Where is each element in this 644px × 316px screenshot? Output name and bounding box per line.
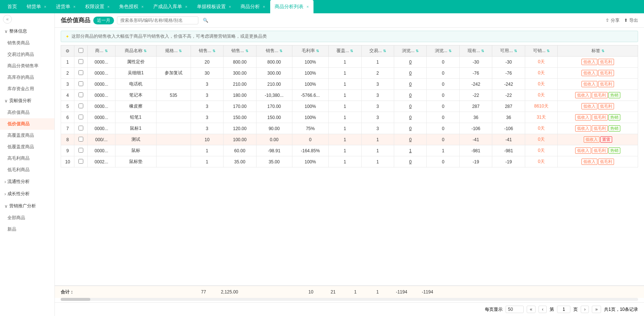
scrollbar-thumb[interactable]	[61, 298, 90, 301]
nav-product-analysis-list[interactable]: 商品分析列表 ×	[270, 0, 313, 13]
first-page-button[interactable]: «	[527, 306, 536, 313]
sidebar-section-growth[interactable]: ›成长性分析	[0, 188, 54, 200]
page-number-input[interactable]	[557, 306, 570, 313]
cell-col7: 210.00	[256, 79, 292, 90]
export-button[interactable]: ⬆ 导出	[624, 17, 638, 24]
sidebar-item-category-sales-rate[interactable]: 商品分类销售率	[0, 60, 54, 72]
sidebar-item-stock-capital[interactable]: 库存资金占用	[0, 83, 54, 95]
prev-page-button[interactable]: ‹	[539, 306, 547, 313]
sidebar-item-new-products[interactable]: 新品	[0, 224, 54, 235]
search-input[interactable]	[117, 16, 198, 24]
sidebar-section-marketing[interactable]: ∨营销推广分析	[0, 200, 54, 212]
footer-col7	[244, 291, 274, 293]
th-coverage[interactable]: 覆盖... ⇅	[329, 45, 361, 57]
th-code[interactable]: 商... ⇅	[88, 45, 115, 57]
cell-col11[interactable]: 0	[394, 156, 427, 167]
row-checkbox[interactable]	[78, 92, 83, 97]
cell-checkbox[interactable]	[74, 145, 88, 156]
cell-col11[interactable]: 0	[394, 90, 427, 101]
th-views1[interactable]: 浏览... ⇅	[394, 45, 427, 57]
per-page-select[interactable]: 50 100 200	[506, 306, 524, 313]
cell-col11[interactable]: 0	[394, 101, 427, 112]
cell-checkbox[interactable]	[74, 79, 88, 90]
th-available-stock[interactable]: 可用... ⇅	[492, 45, 525, 57]
sidebar-item-all-products[interactable]: 全部商品	[0, 212, 54, 224]
sidebar-section-circulation[interactable]: ›流通性分析	[0, 176, 54, 188]
cell-col11[interactable]: 0	[394, 57, 427, 68]
last-page-button[interactable]: »	[592, 306, 601, 313]
sidebar-item-high-stock[interactable]: 高库存的商品	[0, 72, 54, 83]
th-views2[interactable]: 浏览... ⇅	[427, 45, 459, 57]
sidebar-section-overview[interactable]: ∨整体信息	[0, 25, 54, 37]
sidebar-item-traded[interactable]: 交易过的商品	[0, 49, 54, 60]
nav-product-stock[interactable]: 产成品入库单 ×	[149, 0, 192, 13]
nav-purchase-order[interactable]: 进货单 ×	[51, 0, 80, 13]
nav-permission[interactable]: 权限设置 ×	[81, 0, 114, 13]
sidebar-section-contribution[interactable]: ∨贡献值分析	[0, 95, 54, 107]
cell-checkbox[interactable]	[74, 101, 88, 112]
row-checkbox[interactable]	[78, 103, 83, 108]
th-settings[interactable]: ⚙	[61, 45, 74, 57]
th-current-stock[interactable]: 现有... ⇅	[459, 45, 492, 57]
th-checkbox[interactable]	[74, 45, 88, 57]
cell-checkbox[interactable]	[74, 156, 88, 167]
cell-checkbox[interactable]	[74, 68, 88, 79]
row-checkbox[interactable]	[78, 148, 83, 153]
nav-template[interactable]: 单据模板设置 ×	[192, 0, 235, 13]
cell-col6: 210.00	[224, 79, 256, 90]
row-checkbox[interactable]	[78, 81, 83, 86]
sidebar-item-high-value[interactable]: 高价值商品	[0, 107, 54, 118]
cell-checkbox[interactable]	[74, 134, 88, 145]
sidebar-item-high-coverage[interactable]: 高覆盖度商品	[0, 130, 54, 141]
nav-sales-order[interactable]: 销货单 ×	[22, 0, 51, 13]
select-all-checkbox[interactable]	[78, 48, 83, 53]
sidebar-item-sales-category[interactable]: 销售类商品	[0, 37, 54, 49]
sidebar-item-low-margin[interactable]: 低毛利商品	[0, 164, 54, 176]
row-checkbox[interactable]	[78, 115, 83, 119]
th-spec[interactable]: 规格... ⇅	[156, 45, 191, 57]
sidebar-item-low-value[interactable]: 低价值商品	[0, 118, 54, 130]
nav-role-auth[interactable]: 角色授权 ×	[115, 0, 148, 13]
th-tags[interactable]: 标签 ⇅	[558, 45, 638, 57]
cell-col7: 170.00	[256, 101, 292, 112]
cell-col11[interactable]: 0	[394, 112, 427, 123]
cell-col11[interactable]: 0	[394, 79, 427, 90]
nav-product-analysis[interactable]: 商品分析 ×	[236, 0, 269, 13]
nav-home[interactable]: 首页	[3, 0, 21, 13]
cell-checkbox[interactable]	[74, 90, 88, 101]
th-sellable[interactable]: 可销... ⇅	[525, 45, 557, 57]
cell-col5: 3	[191, 90, 223, 101]
th-sales1[interactable]: 销售... ⇅	[191, 45, 223, 57]
cell-col11[interactable]: 0	[394, 68, 427, 79]
next-page-button[interactable]: ›	[581, 306, 589, 313]
sidebar-item-low-coverage[interactable]: 低覆盖度商品	[0, 141, 54, 153]
cell-col11[interactable]: 0	[394, 134, 427, 145]
cell-checkbox[interactable]	[74, 123, 88, 134]
th-name[interactable]: 商品名称 ⇅	[115, 45, 156, 57]
cell-index: 1	[61, 57, 74, 68]
sidebar-item-high-margin[interactable]: 高毛利商品	[0, 153, 54, 164]
th-margin-rate[interactable]: 毛利率 ⇅	[292, 45, 328, 57]
cell-col11[interactable]: 1	[394, 145, 427, 156]
sidebar-collapse-button[interactable]: «	[3, 15, 12, 24]
th-transaction[interactable]: 交易... ⇅	[361, 45, 394, 57]
cell-checkbox[interactable]	[74, 57, 88, 68]
search-icon[interactable]: 🔍	[203, 18, 208, 23]
share-button[interactable]: ⇧ 分享	[606, 17, 620, 24]
table-row: 70000...鼠标13120.0090.0075%1300-106-1060天…	[61, 123, 638, 134]
cell-spec	[156, 134, 191, 145]
row-checkbox[interactable]	[78, 59, 83, 64]
th-sales2[interactable]: 销售... ⇅	[224, 45, 256, 57]
row-checkbox[interactable]	[78, 137, 83, 142]
cell-col9: 1	[329, 90, 361, 101]
row-checkbox[interactable]	[78, 70, 83, 75]
cell-spec	[156, 156, 191, 167]
th-sales3[interactable]: 销售... ⇅	[256, 45, 292, 57]
row-checkbox[interactable]	[78, 126, 83, 130]
horizontal-scrollbar[interactable]	[61, 298, 638, 301]
filter-tag-recent-month[interactable]: 近一月	[93, 17, 114, 24]
row-checkbox[interactable]	[78, 159, 83, 164]
cell-checkbox[interactable]	[74, 112, 88, 123]
cell-col11[interactable]: 0	[394, 123, 427, 134]
cell-col6: 300.00	[224, 68, 256, 79]
